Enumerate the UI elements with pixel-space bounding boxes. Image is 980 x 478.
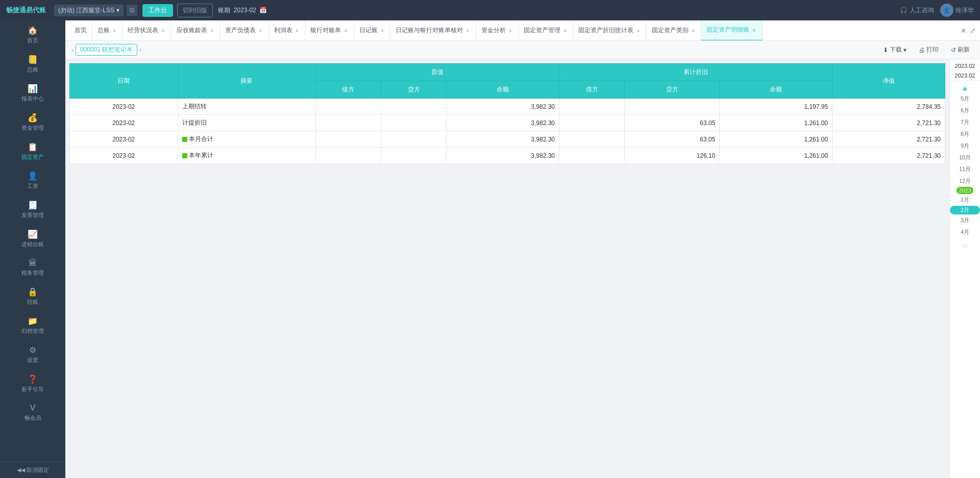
tab-fund-analysis[interactable]: 资金分析 × [476, 20, 519, 41]
calendar-icon[interactable]: 📅 [259, 7, 267, 14]
workbench-button[interactable]: 工作台 [142, 4, 173, 17]
breadcrumb-item-current[interactable]: 000001 联想笔记本 [76, 44, 137, 56]
scroll-up-button[interactable]: ▲ [961, 83, 970, 93]
th-acc-balance: 余额 [720, 81, 832, 99]
cell-orig-credit [381, 115, 447, 131]
th-net-value: 净值 [832, 64, 945, 99]
tab-close-fa-category[interactable]: × [691, 27, 696, 34]
sidebar-item-payroll[interactable]: 👤 工资 [0, 166, 65, 195]
prev-arrow[interactable]: ‹ [71, 46, 74, 54]
close-period-icon: 🔒 [28, 287, 38, 297]
next-arrow[interactable]: › [139, 46, 141, 54]
tab-journal[interactable]: 日记账 × [354, 20, 390, 41]
tab-balance-sheet[interactable]: 资产负债表 × [220, 20, 268, 41]
download-button[interactable]: ⬇ 下载 ▾ [879, 44, 911, 56]
tab-fa-category[interactable]: 固定资产类别 × [647, 20, 701, 41]
tab-close-balance-sheet[interactable]: × [258, 27, 263, 34]
month-may[interactable]: 5月 [950, 93, 980, 105]
reports-icon: 📊 [28, 84, 38, 93]
sidebar-item-ledger[interactable]: 📒 总账 [0, 50, 65, 79]
cell-date: 2023-02 [70, 148, 178, 164]
month-jul[interactable]: 7月 [950, 116, 980, 128]
tab-income-statement[interactable]: 利润表 × [269, 20, 305, 41]
sidebar-label-invoice: 发票管理 [21, 211, 44, 219]
month-nov[interactable]: 11月 [950, 163, 980, 175]
month-feb[interactable]: 2月 [950, 206, 980, 214]
tab-close-ar-aging[interactable]: × [209, 27, 214, 34]
print-button[interactable]: 🖨 打印 [915, 44, 943, 56]
tab-close-ledger[interactable]: × [112, 27, 117, 34]
switch-version-button[interactable]: 切到旧版 [177, 4, 213, 17]
sidebar-item-member[interactable]: V 畅会员 [0, 398, 65, 427]
cell-acc-balance: 1,197.95 [720, 99, 832, 115]
sidebar-item-close[interactable]: 🔒 结账 [0, 282, 65, 311]
fa-detail-table: 日期 摘要 原值 累计折旧 净值 借方 贷方 余额 借方 [69, 63, 945, 164]
tab-close-reconcile[interactable]: × [465, 27, 470, 34]
tab-label-fa-category: 固定资产类别 [652, 26, 689, 35]
tab-close-journal[interactable]: × [380, 27, 385, 34]
cell-summary: 本月合计 [178, 131, 315, 148]
sidebar-item-funds[interactable]: 💰 资金管理 [0, 108, 65, 137]
maximize-icon[interactable]: ⤢ [970, 27, 976, 35]
cell-orig-balance: 3,982.30 [447, 148, 559, 164]
tab-close-bank-statement[interactable]: × [343, 27, 348, 34]
th-original-value: 原值 [315, 64, 559, 81]
month-sep[interactable]: 9月 [950, 140, 980, 152]
copy-button[interactable]: ⧉ [127, 5, 137, 16]
tab-close-fa-depreciation[interactable]: × [635, 27, 641, 34]
cancel-fixed-button[interactable]: ◀◀ 取消固定 [0, 462, 65, 478]
sidebar-item-reports[interactable]: 📊 报表中心 [0, 79, 65, 108]
tab-close-fa-management[interactable]: × [562, 27, 568, 34]
sidebar-item-guide[interactable]: ❓ 新手引导 [0, 369, 65, 398]
company-name: (勿动) 江西服堂-LSS [58, 6, 114, 15]
pin-icon: ◀◀ [17, 467, 25, 473]
tab-ar-aging[interactable]: 应收账龄表 × [172, 20, 220, 41]
close-all-icon[interactable]: ✕ [961, 27, 967, 35]
tab-close-business-status[interactable]: × [160, 27, 165, 34]
sidebar-item-settings[interactable]: ⚙ 设置 [0, 340, 65, 369]
tab-bank-statement[interactable]: 银行对账单 × [305, 20, 354, 41]
th-acc-credit: 贷方 [625, 81, 720, 99]
th-orig-debit: 借方 [315, 81, 381, 99]
sidebar-item-archive[interactable]: 📁 归档管理 [0, 311, 65, 340]
tab-ledger[interactable]: 总账 × [92, 20, 122, 41]
user-menu[interactable]: 👤 徐泽华 [940, 4, 974, 17]
tab-close-income-statement[interactable]: × [295, 27, 300, 34]
cell-net-value: 2,721.30 [832, 148, 945, 164]
month-oct[interactable]: 10月 [950, 152, 980, 163]
cell-date: 2023-02 [70, 99, 178, 115]
tab-label-ledger: 总账 [97, 26, 110, 35]
month-jun[interactable]: 6月 [950, 105, 980, 116]
sidebar-item-sales[interactable]: 📈 进销台账 [0, 224, 65, 253]
tab-business-status[interactable]: 经营状况表 × [122, 20, 171, 41]
month-jan[interactable]: 1月 [950, 194, 980, 206]
month-mar[interactable]: 3月 [950, 214, 980, 226]
tab-close-fa-detail[interactable]: × [751, 27, 756, 34]
sidebar-item-home[interactable]: 🏠 首页 [0, 20, 65, 50]
tab-fa-management[interactable]: 固定资产管理 × [519, 20, 573, 41]
right-panel-period-1: 2023.02 [950, 61, 980, 71]
tab-close-fund-analysis[interactable]: × [508, 27, 513, 34]
sidebar-item-invoice[interactable]: 🧾 发票管理 [0, 195, 65, 224]
sidebar-item-tax[interactable]: 🏛 税务管理 [0, 253, 65, 282]
tab-label-fa-depreciation: 固定资产折旧统计表 [578, 26, 633, 35]
tab-label-income-statement: 利润表 [274, 26, 292, 35]
table-main: 日期 摘要 原值 累计折旧 净值 借方 贷方 余额 借方 [65, 59, 949, 478]
company-selector[interactable]: (勿动) 江西服堂-LSS ▾ [54, 5, 124, 16]
month-aug[interactable]: 8月 [950, 128, 980, 140]
sidebar-label-ledger: 总账 [27, 66, 38, 74]
tab-reconcile[interactable]: 日记账与银行对账单核对 × [390, 20, 476, 41]
chevron-icon: ▾ [903, 46, 906, 54]
sidebar-item-fixed-assets[interactable]: 📋 固定资产 [0, 137, 65, 166]
tab-home[interactable]: 首页 [69, 20, 92, 41]
tab-fa-detail[interactable]: 固定资产明细账 × [701, 20, 762, 41]
breadcrumb-actions: ⬇ 下载 ▾ 🖨 打印 ↺ 刷新 [879, 44, 974, 56]
month-apr[interactable]: 4月 [950, 226, 980, 238]
tab-fa-depreciation[interactable]: 固定资产折旧统计表 × [573, 20, 646, 41]
refresh-button[interactable]: ↺ 刷新 [947, 44, 974, 56]
tab-label-fa-management: 固定资产管理 [524, 26, 560, 35]
sidebar-bottom: ◀◀ 取消固定 [0, 462, 65, 478]
human-service-button[interactable]: 🎧 人工咨询 [900, 6, 934, 15]
settings-icon: ⚙ [29, 345, 36, 355]
month-dec[interactable]: 12月 [950, 175, 980, 187]
